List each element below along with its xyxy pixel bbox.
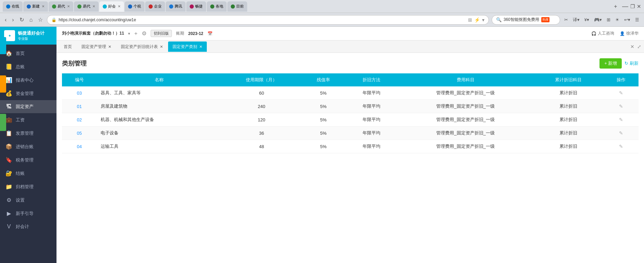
add-button[interactable]: + 新增 bbox=[599, 58, 622, 69]
back-button[interactable]: ‹ bbox=[3, 16, 8, 24]
maximize-icon[interactable]: ⤢ bbox=[637, 44, 641, 49]
table-row: 05 电子设备 36 5% 年限平均 管理费用_固定资产折旧_一级 累计折旧 ✎ bbox=[62, 127, 639, 140]
search-box[interactable]: 🔍 360智能抠图免费用 热搜 bbox=[492, 15, 560, 25]
top-bar: 刘小艳演示账套（勿删勿动！）11 ▾ + ⚙ 切到旧版 账期 2023-12 📅… bbox=[56, 27, 644, 40]
cell-expense: 管理费用_固定资产折旧_一级 bbox=[398, 140, 533, 153]
tab-close[interactable]: ✕ bbox=[118, 4, 121, 8]
reload-button[interactable]: ↻ bbox=[18, 16, 25, 24]
sidebar-item-reports[interactable]: 📊报表中心 bbox=[0, 73, 56, 87]
browser-tab-4[interactable]: 易代✕ bbox=[74, 1, 99, 12]
settings-button[interactable]: ⚙ bbox=[142, 30, 147, 37]
dropdown-icon[interactable]: ▾ bbox=[482, 17, 484, 23]
bookmark-button[interactable]: ☆ bbox=[37, 16, 44, 24]
browser-tab-6[interactable]: 个税 bbox=[125, 1, 144, 12]
cell-method: 年限平均 bbox=[345, 100, 398, 113]
sub-tab-asset-mgmt[interactable]: 固定资产管理✕ bbox=[77, 41, 116, 52]
edit-icon[interactable]: ✎ bbox=[619, 104, 623, 109]
sidebar-logo-line1: 畅捷通好会计 bbox=[18, 31, 45, 36]
window-restore[interactable]: ❐ bbox=[630, 3, 635, 10]
sidebar-item-label: 报表中心 bbox=[16, 77, 34, 83]
browser-tab-8[interactable]: 腾讯 bbox=[166, 1, 186, 12]
service-link[interactable]: 🎧 人工咨询 bbox=[591, 31, 614, 36]
browser-tab-5[interactable]: 好会✕ bbox=[99, 1, 124, 12]
tab-close[interactable]: ✕ bbox=[42, 4, 45, 8]
company-dropdown[interactable]: ▾ bbox=[128, 31, 130, 36]
sidebar-item-archive[interactable]: 📁归档管理 bbox=[0, 180, 56, 193]
calendar-icon[interactable]: 📅 bbox=[207, 31, 213, 36]
sidebar-item-invoice[interactable]: 📋发票管理 bbox=[0, 127, 56, 140]
tab-close[interactable]: ✕ bbox=[92, 4, 95, 8]
browser-tab-2[interactable]: 新建✕ bbox=[23, 1, 48, 12]
edge-btn-2[interactable] bbox=[0, 75, 6, 93]
ledger-icon: 📒 bbox=[5, 63, 12, 70]
sidebar-item-closing[interactable]: 🔐结账 bbox=[0, 167, 56, 180]
browser-tab-10[interactable]: 各地 bbox=[207, 1, 227, 12]
sub-tab-label: 首页 bbox=[64, 44, 72, 50]
edit-icon[interactable]: ✎ bbox=[619, 144, 623, 149]
sub-tab-close[interactable]: ✕ bbox=[199, 45, 202, 49]
cell-action[interactable]: ✎ bbox=[604, 100, 639, 113]
home-button[interactable]: ⌂ bbox=[28, 16, 34, 24]
period-label: 账期 bbox=[176, 31, 184, 36]
wallet-icon[interactable]: ¥▾ bbox=[583, 16, 591, 23]
tax-icon: 🔖 bbox=[5, 157, 12, 163]
window-minimize[interactable]: — bbox=[622, 3, 628, 10]
edge-btn-3[interactable] bbox=[0, 114, 6, 131]
guide-icon: ▶ bbox=[5, 210, 12, 217]
menu-icon[interactable]: ☰ bbox=[634, 16, 641, 23]
sidebar-item-salary[interactable]: 💼工资 bbox=[0, 113, 56, 127]
sub-tab-category[interactable]: 固定资产类别✕ bbox=[168, 41, 207, 52]
page-header: 类别管理 + 新增 ↻ 刷新 bbox=[62, 58, 639, 69]
switch-version-button[interactable]: 切到旧版 bbox=[151, 30, 172, 37]
browser-tab-3[interactable]: 易代✕ bbox=[49, 1, 73, 12]
sub-tab-home[interactable]: 首页 bbox=[59, 41, 76, 52]
sidebar-item-guide[interactable]: ▶新手引导 bbox=[0, 207, 56, 220]
undo-icon[interactable]: ↩▾ bbox=[623, 16, 632, 23]
cell-name: 运输工具 bbox=[97, 140, 222, 153]
cell-accumulated: 累计折旧 bbox=[533, 113, 604, 127]
brightness-icon[interactable]: ☀ bbox=[614, 16, 621, 23]
forward-button[interactable]: › bbox=[11, 16, 15, 24]
game-icon[interactable]: 🎮▾ bbox=[593, 16, 603, 23]
add-company-button[interactable]: + bbox=[134, 31, 137, 37]
cell-action[interactable]: ✎ bbox=[604, 113, 639, 127]
cut-icon[interactable]: ✂ bbox=[563, 16, 569, 23]
window-actions: ✕ ⤢ bbox=[630, 44, 641, 49]
grid-icon[interactable]: ⊞ bbox=[605, 16, 612, 23]
new-tab-button[interactable]: + bbox=[611, 2, 620, 11]
sidebar-item-settings[interactable]: ⚙设置 bbox=[0, 193, 56, 207]
sub-tab-close[interactable]: ✕ bbox=[108, 45, 111, 49]
edit-icon[interactable]: ✎ bbox=[619, 130, 623, 136]
sidebar-item-more[interactable]: V好会计 bbox=[0, 220, 56, 233]
browser-tab-7[interactable]: 企业 bbox=[145, 1, 165, 12]
cell-residual: 5% bbox=[302, 127, 345, 140]
translate-icon[interactable]: 译▾ bbox=[571, 16, 581, 24]
browser-tab-11[interactable]: 目前 bbox=[227, 1, 247, 12]
browser-tab-9[interactable]: 畅捷 bbox=[186, 1, 206, 12]
sidebar-item-fixed-assets[interactable]: 🏗固定资产 bbox=[0, 100, 56, 113]
sidebar-item-home[interactable]: 🏠首页 bbox=[0, 47, 56, 60]
tab-close[interactable]: ✕ bbox=[67, 4, 70, 8]
sidebar-item-tax[interactable]: 🔖税务管理 bbox=[0, 153, 56, 167]
close-tab-icon[interactable]: ✕ bbox=[630, 44, 634, 49]
table-column-header: 使用期限（月） bbox=[222, 73, 301, 86]
edge-btn-1[interactable] bbox=[0, 37, 6, 54]
sub-tab-close[interactable]: ✕ bbox=[160, 45, 163, 49]
window-close[interactable]: ✕ bbox=[637, 3, 641, 10]
sidebar-item-purchase-sales[interactable]: 📦进销台账 bbox=[0, 140, 56, 153]
sidebar-item-label: 新手引导 bbox=[16, 211, 34, 217]
sub-tab-depreciation[interactable]: 固定资产折旧统计表✕ bbox=[116, 41, 167, 52]
edit-icon[interactable]: ✎ bbox=[619, 90, 623, 96]
browser-tab-1[interactable]: 在线 bbox=[3, 1, 23, 12]
sidebar-item-funds[interactable]: 💰资金管理 bbox=[0, 87, 56, 100]
refresh-button[interactable]: ↻ 刷新 bbox=[624, 60, 639, 67]
address-box[interactable]: 🔒 https://cloud.chanjet.com/accounting/u… bbox=[47, 15, 489, 25]
sidebar-item-ledger[interactable]: 📒总账 bbox=[0, 60, 56, 73]
cell-action[interactable]: ✎ bbox=[604, 127, 639, 140]
user-menu[interactable]: 👤 徐泽华 bbox=[620, 31, 639, 36]
cell-action[interactable]: ✎ bbox=[604, 140, 639, 153]
table-row: 01 房屋及建筑物 240 5% 年限平均 管理费用_固定资产折旧_一级 累计折… bbox=[62, 100, 639, 113]
edit-icon[interactable]: ✎ bbox=[619, 117, 623, 122]
sub-tab-label: 固定资产类别 bbox=[173, 44, 197, 50]
cell-action[interactable]: ✎ bbox=[604, 86, 639, 100]
